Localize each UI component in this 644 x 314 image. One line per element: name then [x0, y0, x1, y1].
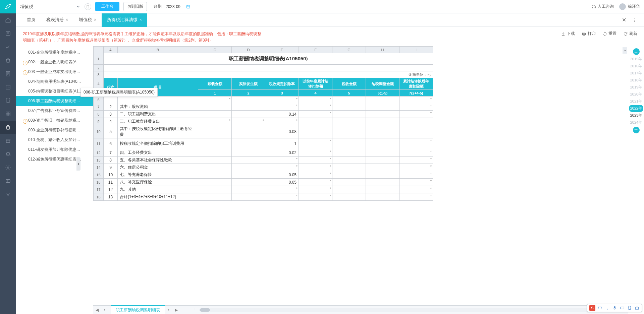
nav-v-icon[interactable]: [0, 188, 16, 201]
data-cell[interactable]: [299, 149, 332, 156]
data-cell[interactable]: [366, 118, 399, 125]
data-cell[interactable]: [366, 111, 399, 118]
nav-video-icon[interactable]: [0, 174, 16, 188]
sheet-nav-first[interactable]: ◀: [93, 306, 101, 314]
tab-menu-icon[interactable]: ⋮: [631, 16, 639, 24]
data-cell[interactable]: [366, 156, 399, 164]
data-cell[interactable]: [399, 118, 433, 125]
form-list-item[interactable]: 011-研发费用加计扣除优惠...: [16, 145, 93, 154]
data-cell[interactable]: [232, 156, 265, 164]
ime-toolbox-icon[interactable]: [634, 305, 640, 311]
data-cell[interactable]: 1: [265, 138, 299, 149]
data-cell[interactable]: [198, 149, 232, 156]
spreadsheet-table[interactable]: ABCDEFGHI1职工薪酬纳税调整明细表(A105050)23金额单位：元4行…: [93, 46, 433, 201]
sheet-nav-next[interactable]: ›: [165, 306, 172, 314]
data-cell[interactable]: 0.05: [265, 179, 299, 186]
ime-mic-icon[interactable]: [612, 305, 618, 311]
expand-chevron[interactable]: »: [623, 47, 627, 54]
calendar-icon[interactable]: [186, 4, 191, 9]
data-cell[interactable]: [265, 186, 299, 193]
data-cell[interactable]: 0.14: [265, 111, 299, 118]
year-item[interactable]: 2021年: [629, 98, 643, 105]
data-cell[interactable]: [332, 97, 366, 103]
collapse-handle[interactable]: ‹: [76, 157, 80, 171]
year-item[interactable]: 2018年: [629, 77, 643, 84]
tax-type-dropdown[interactable]: 增值税: [20, 4, 80, 10]
ime-punct-icon[interactable]: ，: [605, 305, 610, 311]
form-list-item[interactable]: 006-职工薪酬纳税调整明细...: [16, 96, 93, 106]
data-cell[interactable]: [399, 111, 433, 118]
nav-doc-icon[interactable]: [0, 67, 16, 80]
data-cell[interactable]: [332, 171, 366, 179]
data-cell[interactable]: [366, 149, 399, 156]
data-cell[interactable]: [198, 156, 232, 164]
data-cell[interactable]: [198, 118, 232, 125]
sheet-tab[interactable]: 职工薪酬纳税调整明细表: [111, 305, 165, 314]
year-item[interactable]: 2017年: [629, 70, 643, 77]
data-cell[interactable]: [198, 193, 232, 201]
data-cell[interactable]: [399, 97, 433, 103]
data-cell[interactable]: [299, 125, 332, 138]
data-cell[interactable]: [232, 138, 265, 149]
data-cell[interactable]: [265, 156, 299, 164]
nav-archive-icon[interactable]: [0, 134, 16, 147]
data-cell[interactable]: [399, 179, 433, 186]
data-cell[interactable]: 0.08: [265, 125, 299, 138]
data-cell[interactable]: [198, 186, 232, 193]
form-list-item[interactable]: 009-企业所得税弥补亏损明...: [16, 125, 93, 135]
data-cell[interactable]: [332, 103, 366, 111]
data-cell[interactable]: [366, 179, 399, 186]
nav-settings-icon[interactable]: [0, 161, 16, 174]
workbench-button[interactable]: 工作台: [95, 2, 119, 11]
year-item[interactable]: 2020年: [629, 91, 643, 98]
data-cell[interactable]: [399, 138, 433, 149]
ime-keyboard-icon[interactable]: [620, 305, 625, 311]
data-cell[interactable]: [299, 171, 332, 179]
year-down-button[interactable]: ︾: [633, 127, 640, 133]
nav-tax-icon[interactable]: [0, 121, 16, 134]
data-cell[interactable]: [332, 164, 366, 171]
data-cell[interactable]: [232, 103, 265, 111]
sheet-nav-prev[interactable]: ‹: [101, 306, 108, 314]
data-cell[interactable]: [299, 156, 332, 164]
data-cell[interactable]: [198, 97, 232, 103]
horizontal-scrollbar[interactable]: [199, 308, 625, 312]
old-version-button[interactable]: 切到旧版: [123, 2, 147, 11]
close-icon[interactable]: ×: [66, 17, 68, 22]
download-button[interactable]: 下载: [561, 31, 575, 37]
data-cell[interactable]: [232, 111, 265, 118]
data-cell[interactable]: [299, 179, 332, 186]
tab-0[interactable]: 首页: [21, 13, 41, 27]
reset-button[interactable]: 重置: [602, 31, 616, 37]
data-cell[interactable]: [299, 186, 332, 193]
data-cell[interactable]: [399, 125, 433, 138]
form-list-item[interactable]: 007-广告费和业务宣传费跨...: [16, 106, 93, 116]
ime-skin-icon[interactable]: [627, 305, 632, 311]
data-cell[interactable]: [332, 186, 366, 193]
nav-ledger-icon[interactable]: [0, 27, 16, 40]
data-cell[interactable]: [299, 193, 332, 201]
data-cell[interactable]: [198, 125, 232, 138]
tab-3[interactable]: 所得税汇算清缴×: [102, 13, 147, 27]
data-cell[interactable]: [332, 149, 366, 156]
data-cell[interactable]: [265, 164, 299, 171]
data-cell[interactable]: [366, 186, 399, 193]
year-item[interactable]: 2023年: [629, 112, 643, 119]
year-item[interactable]: 2019年: [629, 84, 643, 91]
close-icon[interactable]: ×: [140, 17, 142, 22]
data-cell[interactable]: [232, 179, 265, 186]
data-cell[interactable]: [299, 138, 332, 149]
form-list-item[interactable]: 008-资产折旧、摊销及纳税...: [16, 116, 93, 125]
data-cell[interactable]: [399, 186, 433, 193]
data-cell[interactable]: [366, 103, 399, 111]
data-cell[interactable]: [332, 193, 366, 201]
nav-grid-icon[interactable]: [0, 107, 16, 121]
data-cell[interactable]: [198, 171, 232, 179]
form-list-item[interactable]: 004-期间费用明细表(A1040...: [16, 77, 93, 86]
nav-report-icon[interactable]: [0, 80, 16, 94]
data-cell[interactable]: [198, 138, 232, 149]
year-item[interactable]: 2015年: [629, 56, 643, 63]
data-cell[interactable]: [399, 103, 433, 111]
data-cell[interactable]: [399, 149, 433, 156]
data-cell[interactable]: [366, 171, 399, 179]
